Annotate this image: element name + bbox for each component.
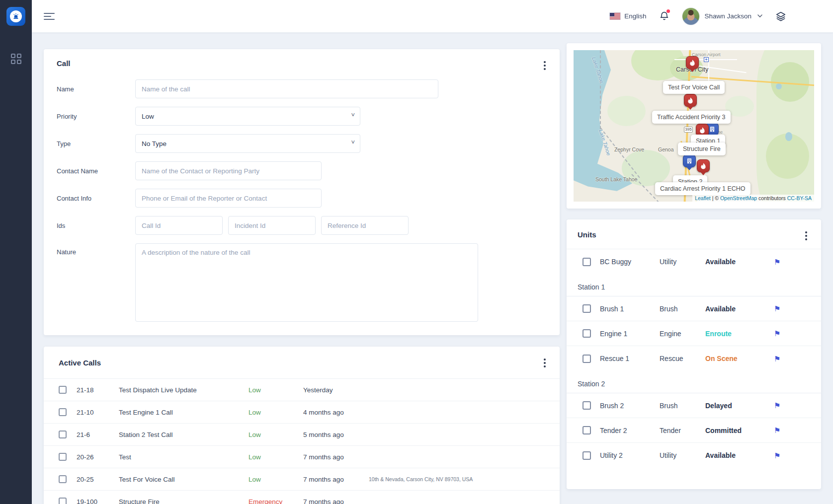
row-checkbox[interactable] xyxy=(59,475,67,483)
contact-info-label: Contact Info xyxy=(57,195,135,202)
flag-icon[interactable]: ⚑ xyxy=(774,402,780,409)
unit-checkbox[interactable] xyxy=(583,258,591,266)
unit-checkbox[interactable] xyxy=(583,355,591,363)
active-call-row[interactable]: 20-26 Test Low 7 months ago xyxy=(44,446,560,468)
notifications-button[interactable] xyxy=(659,11,669,21)
call-name[interactable]: Test Engine 1 Call xyxy=(119,409,249,416)
call-priority: Low xyxy=(249,409,303,416)
type-select[interactable]: No Type xyxy=(135,134,360,153)
call-priority: Low xyxy=(249,386,303,394)
call-time: Yesterday xyxy=(303,386,369,394)
call-card: Call Name Priority Low Type No Type Cont… xyxy=(44,49,560,335)
call-name[interactable]: Test Dispatch Live Update xyxy=(119,386,249,394)
flag-icon[interactable]: ⚑ xyxy=(774,452,780,459)
user-menu[interactable]: Shawn Jackson xyxy=(682,8,762,25)
unit-type: Brush xyxy=(660,305,705,313)
priority-select[interactable]: Low xyxy=(135,107,360,126)
call-name-input[interactable] xyxy=(135,79,438,98)
unit-name: Utility 2 xyxy=(600,451,660,459)
active-calls-kebab-menu-icon[interactable] xyxy=(543,358,547,368)
reference-id-input[interactable] xyxy=(321,216,409,235)
row-checkbox[interactable] xyxy=(59,431,67,438)
flag-icon[interactable]: ⚑ xyxy=(774,427,780,434)
row-checkbox[interactable] xyxy=(59,453,67,461)
unit-row[interactable]: Brush 2 Brush Delayed ⚑ xyxy=(567,393,821,418)
unit-row[interactable]: Brush 1 Brush Available ⚑ xyxy=(567,296,821,321)
layers-icon[interactable] xyxy=(775,11,786,22)
unit-row[interactable]: Rescue 1 Rescue On Scene ⚑ xyxy=(567,346,821,371)
map-label-genoa: Genoa xyxy=(658,146,674,152)
call-id-input[interactable] xyxy=(135,216,223,235)
call-id: 21-10 xyxy=(77,409,119,416)
unit-status: Available xyxy=(705,258,774,266)
call-id: 21-18 xyxy=(77,386,119,394)
unit-type: Engine xyxy=(660,330,705,338)
call-time: 5 months ago xyxy=(303,431,369,438)
contact-name-input[interactable] xyxy=(135,161,322,180)
flag-icon[interactable]: ⚑ xyxy=(774,355,780,362)
language-selector[interactable]: English xyxy=(610,12,646,20)
call-name[interactable]: Structure Fire xyxy=(119,498,249,504)
flag-icon[interactable]: ⚑ xyxy=(774,305,780,312)
dispatch-map[interactable]: Carson City Carson Airport + Lake Tahoe … xyxy=(574,50,814,202)
ids-label: Ids xyxy=(57,222,135,229)
unit-status: Available xyxy=(705,305,774,313)
unit-checkbox[interactable] xyxy=(583,304,591,313)
fire-call-marker[interactable] xyxy=(697,159,710,172)
active-call-row[interactable]: 21-18 Test Dispatch Live Update Low Yest… xyxy=(44,379,560,401)
unit-row[interactable]: Utility 2 Utility Available ⚑ xyxy=(567,443,821,468)
call-priority: Low xyxy=(249,476,303,483)
unit-checkbox[interactable] xyxy=(583,426,591,434)
name-label: Name xyxy=(57,85,135,93)
flag-icon[interactable]: ⚑ xyxy=(774,330,780,337)
priority-label: Priority xyxy=(57,113,135,120)
flag-icon[interactable]: ⚑ xyxy=(774,258,780,266)
units-card: Units BC Buggy Utility Available ⚑ Stati… xyxy=(567,219,821,489)
unit-row[interactable]: Engine 1 Engine Enroute ⚑ xyxy=(567,321,821,346)
sidebar-item-dashboard[interactable] xyxy=(11,54,21,64)
unit-checkbox[interactable] xyxy=(583,329,591,338)
active-call-row[interactable]: 20-25 Test For Voice Call Low 7 months a… xyxy=(44,468,560,491)
contact-info-input[interactable] xyxy=(135,189,322,208)
row-checkbox[interactable] xyxy=(59,498,67,504)
grid-icon xyxy=(11,54,15,58)
unit-checkbox[interactable] xyxy=(583,401,591,410)
map-tooltip[interactable]: Cardiac Arrest Priority 1 ECHO xyxy=(655,182,750,195)
hamburger-menu-icon[interactable] xyxy=(44,11,56,22)
call-name[interactable]: Test For Voice Call xyxy=(119,476,249,483)
unit-type: Brush xyxy=(660,402,705,410)
app-logo[interactable] xyxy=(6,7,25,26)
active-call-row[interactable]: 21-10 Test Engine 1 Call Low 4 months ag… xyxy=(44,401,560,424)
unit-checkbox[interactable] xyxy=(583,451,591,460)
siren-logo-icon xyxy=(10,10,22,22)
active-call-row[interactable]: 21-6 Station 2 Test Call Low 5 months ag… xyxy=(44,424,560,446)
map-tooltip[interactable]: Test For Voice Call xyxy=(663,81,725,94)
units-kebab-menu-icon[interactable] xyxy=(804,230,808,241)
row-checkbox[interactable] xyxy=(59,408,67,416)
call-card-kebab-menu-icon[interactable] xyxy=(543,60,547,71)
unit-status: Available xyxy=(705,451,774,459)
license-link[interactable]: CC-BY-SA xyxy=(787,195,812,201)
airport-icon: + xyxy=(704,57,709,62)
leaflet-link[interactable]: Leaflet xyxy=(695,195,711,201)
call-id: 19-100 xyxy=(77,498,119,504)
unit-row[interactable]: BC Buggy Utility Available ⚑ xyxy=(567,249,821,274)
nature-textarea[interactable] xyxy=(135,243,478,322)
fire-call-marker[interactable] xyxy=(684,94,697,107)
unit-name: Brush 2 xyxy=(600,402,660,410)
call-name[interactable]: Test xyxy=(119,453,249,461)
map-tooltip[interactable]: Traffic Accident Priority 3 xyxy=(652,111,731,124)
row-checkbox[interactable] xyxy=(59,386,67,394)
unit-row[interactable]: Tender 2 Tender Committed ⚑ xyxy=(567,418,821,443)
map-card: Carson City Carson Airport + Lake Tahoe … xyxy=(567,43,821,209)
map-tooltip[interactable]: Structure Fire xyxy=(678,143,726,155)
call-id: 21-6 xyxy=(77,431,119,438)
active-call-row[interactable]: 19-100 Structure Fire Emergency 7 months… xyxy=(44,491,560,504)
station-marker[interactable] xyxy=(683,154,696,167)
incident-id-input[interactable] xyxy=(228,216,316,235)
call-name[interactable]: Station 2 Test Call xyxy=(119,431,249,438)
unit-status: Committed xyxy=(705,427,774,434)
osm-link[interactable]: OpenStreetMap xyxy=(720,195,757,201)
fire-call-marker[interactable] xyxy=(686,56,699,69)
nature-label: Nature xyxy=(57,243,135,256)
